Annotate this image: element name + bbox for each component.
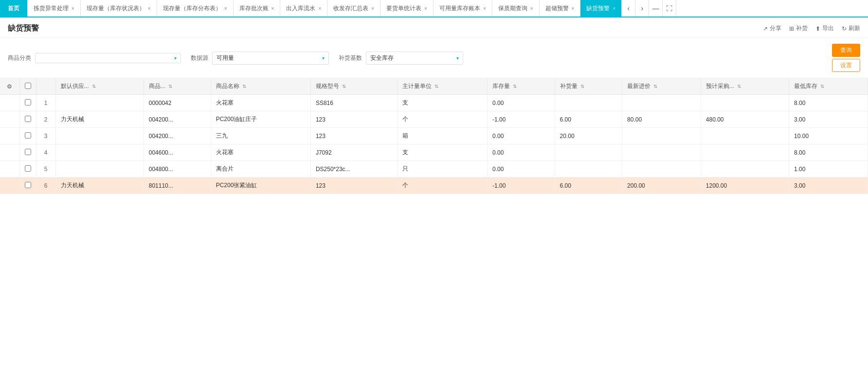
row-product-code: 004200... <box>144 128 211 144</box>
tab-label: 保质期查询 <box>498 4 527 13</box>
share-icon: ↗ <box>763 25 768 32</box>
row-check[interactable] <box>19 161 36 177</box>
tab-shortage-warning[interactable]: 缺货预警× <box>580 0 622 17</box>
tab-demand-stats[interactable]: 要货单统计表× <box>380 0 434 17</box>
row-check[interactable] <box>19 111 36 128</box>
col-product-name[interactable]: 商品名称 ⇅ <box>211 78 310 95</box>
row-unit: 个 <box>397 111 487 128</box>
col-check-all[interactable] <box>19 78 36 95</box>
export-action[interactable]: ⬆ 导出 <box>815 24 834 33</box>
col-estimated-purchase[interactable]: 预计采购... ⇅ <box>701 78 789 95</box>
tab-close-icon[interactable]: × <box>318 6 321 11</box>
tab-stock-exception[interactable]: 拣货异常处理× <box>28 0 81 17</box>
tab-inventory-dist[interactable]: 现存量（库存分布表）× <box>157 0 234 17</box>
col-spec[interactable]: 规格型号 ⇅ <box>310 78 397 95</box>
tab-close-icon[interactable]: × <box>483 6 486 11</box>
col-unit[interactable]: 主计量单位 ⇅ <box>397 78 487 95</box>
filter-datasource-group: 数据源 可用量 ▾ <box>191 52 329 65</box>
row-product-code: 0000042 <box>144 95 211 111</box>
replenish-label: 补货 <box>796 24 808 33</box>
header-actions: ↗ 分享 ⊞ 补货 ⬆ 导出 ↻ 刷新 <box>763 24 860 33</box>
datasource-value: 可用量 <box>217 54 234 62</box>
tab-overstock-warning[interactable]: 超储预警× <box>540 0 581 17</box>
row-unit: 只 <box>397 161 487 177</box>
share-action[interactable]: ↗ 分享 <box>763 24 781 33</box>
row-gear[interactable] <box>0 161 19 177</box>
tab-bar: 首页 拣货异常处理×现存量（库存状况表）×现存量（库存分布表）×库存批次账×出入… <box>0 0 868 18</box>
row-stock: 0.00 <box>488 95 555 111</box>
row-spec: J7092 <box>310 144 397 161</box>
tab-close-icon[interactable]: × <box>271 6 274 11</box>
replenish-action[interactable]: ⊞ 补货 <box>789 24 808 33</box>
table-row: 4 004600... 火花塞 J7092 支 0.00 8.00 <box>0 144 868 161</box>
row-stock: 0.00 <box>488 128 555 144</box>
row-gear[interactable] <box>0 128 19 144</box>
col-gear[interactable]: ⚙ <box>0 78 19 95</box>
query-button[interactable]: 查询 <box>832 44 860 57</box>
row-estimated-purchase <box>701 95 789 111</box>
tab-close-icon[interactable]: × <box>572 6 575 11</box>
row-num: 6 <box>36 177 55 194</box>
row-spec: 123 <box>310 177 397 194</box>
check-all-input[interactable] <box>25 83 31 89</box>
col-min-stock[interactable]: 最低库存 ⇅ <box>789 78 868 95</box>
sort-product-name-icon: ⇅ <box>242 84 246 89</box>
col-product-code[interactable]: 商品... ⇅ <box>144 78 211 95</box>
row-min-stock: 10.00 <box>789 128 868 144</box>
tab-close-icon[interactable]: × <box>371 6 374 11</box>
tab-batch-account[interactable]: 库存批次账× <box>234 0 281 17</box>
settings-button[interactable]: 设置 <box>832 59 860 72</box>
col-supplier[interactable]: 默认供应... ⇅ <box>55 78 144 95</box>
table-row: 2 力天机械 004200... PC200油缸庄子 123 个 -1.00 6… <box>0 111 868 128</box>
tab-collect-summary[interactable]: 收发存汇总表× <box>327 0 380 17</box>
tab-close-all-btn[interactable]: ⛶ <box>663 0 676 17</box>
datasource-chevron-icon: ▾ <box>322 55 325 61</box>
row-gear[interactable] <box>0 111 19 128</box>
replenish-base-select[interactable]: 安全库存 ▾ <box>366 52 463 65</box>
row-replenish: 20.00 <box>555 128 622 144</box>
row-check[interactable] <box>19 128 36 144</box>
tab-expiry-query[interactable]: 保质期查询× <box>492 0 540 17</box>
col-replenish[interactable]: 补货量 ⇅ <box>555 78 622 95</box>
tab-prev-btn[interactable]: ‹ <box>622 0 635 17</box>
row-check[interactable] <box>19 95 36 111</box>
page-content: 缺货预警 ↗ 分享 ⊞ 补货 ⬆ 导出 ↻ 刷新 商品分类 <box>0 18 868 387</box>
row-gear[interactable] <box>0 144 19 161</box>
row-check[interactable] <box>19 144 36 161</box>
row-unit: 箱 <box>397 128 487 144</box>
tab-close-icon[interactable]: × <box>530 6 533 11</box>
replenish-icon: ⊞ <box>789 25 794 32</box>
filter-actions: 查询 设置 <box>832 44 860 72</box>
tab-home[interactable]: 首页 <box>0 0 28 17</box>
tab-inout-flow[interactable]: 出入库流水× <box>280 0 327 17</box>
tab-label: 收发存汇总表 <box>333 4 368 13</box>
tab-next-btn[interactable]: › <box>635 0 649 17</box>
row-check[interactable] <box>19 177 36 194</box>
category-select[interactable]: ▾ <box>35 53 181 63</box>
tab-minimize-btn[interactable]: — <box>649 0 663 17</box>
row-product-name: 离合片 <box>211 161 310 177</box>
row-product-code: 004600... <box>144 144 211 161</box>
tab-close-icon[interactable]: × <box>148 6 151 11</box>
row-replenish <box>555 144 622 161</box>
tab-label: 缺货预警 <box>586 4 610 13</box>
tab-close-icon[interactable]: × <box>424 6 427 11</box>
row-gear[interactable] <box>0 95 19 111</box>
col-latest-price[interactable]: 最新进价 ⇅ <box>622 78 701 95</box>
tab-close-icon[interactable]: × <box>72 6 74 11</box>
row-estimated-purchase <box>701 144 789 161</box>
tab-inventory-status[interactable]: 现存量（库存状况表）× <box>81 0 157 17</box>
row-spec: 123 <box>310 111 397 128</box>
tab-close-icon[interactable]: × <box>224 6 227 11</box>
col-stock[interactable]: 库存量 ⇅ <box>488 78 555 95</box>
row-product-name: PC200张紧油缸 <box>211 177 310 194</box>
refresh-action[interactable]: ↻ 刷新 <box>842 24 860 33</box>
tab-available-ledger[interactable]: 可用量库存账本× <box>434 0 492 17</box>
page-header: 缺货预警 ↗ 分享 ⊞ 补货 ⬆ 导出 ↻ 刷新 <box>0 18 868 38</box>
tab-close-icon[interactable]: × <box>613 6 615 11</box>
row-spec: 123 <box>310 128 397 144</box>
row-gear[interactable] <box>0 177 19 194</box>
row-latest-price: 80.00 <box>622 111 701 128</box>
datasource-select[interactable]: 可用量 ▾ <box>212 52 329 65</box>
row-estimated-purchase <box>701 161 789 177</box>
